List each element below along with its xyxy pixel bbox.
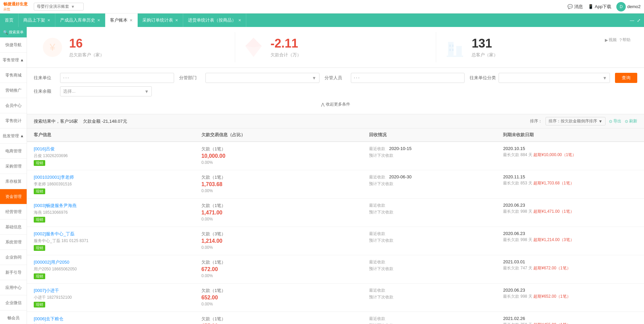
debt-amount-5[interactable]: 652.00: [201, 295, 369, 301]
customer-name-6[interactable]: [0006]去下粮仓: [34, 316, 201, 322]
sidebar-item-wholesale-mgmt[interactable]: 批发管理 ▲: [0, 128, 27, 144]
search-button[interactable]: 查询: [615, 73, 637, 83]
tab-close-icon[interactable]: ✕: [130, 18, 133, 23]
overdue-detail-1: 最长欠款 853 天 超期¥1,703.68（1笔）: [503, 180, 637, 186]
system-title-area[interactable]: 母婴行业演示账套 ▼: [34, 3, 84, 10]
sidebar-item-member-center[interactable]: 会员中心: [0, 98, 27, 113]
sidebar-search[interactable]: 🔍 搜索菜单: [0, 27, 27, 37]
recovery-next-2: 预计下次收款: [369, 209, 503, 215]
sidebar-item-retail-mall[interactable]: 零售商城: [0, 68, 27, 83]
tab-purchase-order[interactable]: 采购订单统计表 ✕: [138, 13, 183, 27]
balance-input[interactable]: 选择... ▼: [60, 86, 152, 96]
overdue-detail-3: 最长欠款 998 天 超期¥1,214.00（3笔）: [503, 237, 637, 243]
customer-name-2[interactable]: [0003]畅捷服务尹海燕: [34, 203, 201, 209]
stat-label-debt-total: 欠款合计（万）: [271, 52, 301, 58]
person-input[interactable]: ···: [351, 73, 465, 83]
sidebar-item-retail-stats[interactable]: 零售统计: [0, 113, 27, 128]
dept-input[interactable]: ▼: [205, 73, 319, 83]
app-download-btn[interactable]: 📱 App下载: [588, 4, 611, 10]
stat-card-debtors: ¥ 16 总欠款客户（家）: [34, 32, 235, 62]
tab-product-history[interactable]: 产成品入库单历史 ✕: [55, 13, 105, 27]
overdue-link-1[interactable]: 超期¥1,703.68（1笔）: [533, 181, 574, 185]
sidebar-item-new-user-guide[interactable]: 新手引导: [0, 265, 27, 280]
customer-name-5[interactable]: [0007]小进千: [34, 288, 201, 294]
overdue-link-5[interactable]: 超期¥652.00（1笔）: [533, 294, 570, 299]
overdue-link-6[interactable]: 超期¥455.90（1笔）: [533, 322, 570, 324]
tab-expand-icon[interactable]: ⤢: [637, 18, 641, 23]
debt-percent-1: 0.00%: [201, 188, 369, 193]
customer-contact-2: 海燕 18513066976: [34, 210, 201, 215]
tab-product-listing[interactable]: 商品上下架 ✕: [19, 13, 55, 27]
quick-nav-label: 快捷导航: [5, 42, 22, 48]
video-help-btn[interactable]: ▶ 视频: [605, 37, 617, 43]
debt-count-1: 欠款（1笔）: [201, 174, 369, 180]
collapse-btn[interactable]: ⋀ 收起更多条件: [34, 100, 637, 109]
header-customer: 客户信息: [34, 132, 201, 138]
recovery-info-4: 最近收款 预计下次收款: [369, 259, 503, 272]
sidebar-item-basic-info[interactable]: 基础信息: [0, 219, 27, 235]
overdue-detail-2: 最长欠款 998 天 超期¥1,471.00（1笔）: [503, 209, 637, 214]
message-btn[interactable]: 💬 消息: [567, 4, 583, 10]
sidebar-item-quick-nav[interactable]: 快捷导航: [0, 37, 27, 53]
tab-home[interactable]: 首页: [0, 13, 19, 27]
sidebar-item-system-mgmt[interactable]: 系统管理: [0, 235, 27, 250]
sidebar-item-finance[interactable]: 资金管理: [0, 189, 27, 204]
recovery-next-0: 预计下次收款: [369, 153, 503, 158]
overdue-link-0[interactable]: 超期¥10,000.00（1笔）: [533, 152, 576, 157]
collapse-icon: ⋀: [321, 102, 325, 107]
debt-amount-4[interactable]: 672.00: [201, 266, 369, 272]
sidebar-item-operations[interactable]: 经营管理: [0, 204, 27, 219]
tab-close-icon[interactable]: ✕: [97, 18, 100, 23]
overdue-link-2[interactable]: 超期¥1,471.00（1笔）: [533, 209, 574, 214]
debt-count-6: 欠款（1笔）: [201, 316, 369, 322]
debt-amount-2[interactable]: 1,471.00: [201, 210, 369, 216]
overdue-link-4[interactable]: 超期¥672.00（1笔）: [533, 266, 570, 270]
overdue-detail-6: 最长欠款 750 天 超期¥455.90（1笔）: [503, 322, 637, 324]
customer-name-3[interactable]: [0002]服务中心_丁磊: [34, 231, 201, 237]
help-btn[interactable]: ? 帮助: [619, 37, 631, 43]
sidebar-item-enterprise-wechat[interactable]: 企业微信: [0, 295, 27, 311]
sidebar-item-chang-member[interactable]: 畅会员: [0, 311, 27, 324]
tab-customer-account[interactable]: 客户账本 ✕: [105, 13, 138, 27]
sidebar-item-enterprise-collab[interactable]: 企业协同: [0, 250, 27, 265]
user-avatar-area[interactable]: D demo2: [616, 2, 641, 11]
table-row: [0002]服务中心_丁磊 服务中心_丁磊 181 0125 8371 现销 欠…: [27, 227, 644, 255]
debt-amount-1[interactable]: 1,703.68: [201, 181, 369, 187]
tab-bar: 首页 商品上下架 ✕ 产成品入库单历史 ✕ 客户账本 ✕ 采购订单统计表 ✕ 进…: [0, 13, 644, 27]
recovery-label-3: 最近收款: [369, 231, 503, 237]
tab-close-icon[interactable]: ✕: [47, 18, 50, 23]
debt-amount-0[interactable]: 10,000.00: [201, 153, 369, 159]
sidebar-item-marketing[interactable]: 营销推广: [0, 83, 27, 98]
sidebar-item-inventory[interactable]: 库存核算: [0, 174, 27, 189]
sidebar-item-purchase-mgmt[interactable]: 采购管理: [0, 159, 27, 174]
sidebar-item-ecommerce[interactable]: 电商管理: [0, 144, 27, 159]
sidebar-item-retail-mgmt[interactable]: 零售管理 ▲: [0, 53, 27, 68]
customer-name-0[interactable]: [0016]吕俊: [34, 146, 201, 152]
sidebar-item-app-center[interactable]: 应用中心: [0, 280, 27, 295]
overdue-info-0: 2020.10.15 最长欠款 884 天 超期¥10,000.00（1笔）: [503, 146, 637, 158]
table-body: [0016]吕俊 吕俊 13026203696 现销 欠款（1笔） 10,000…: [27, 142, 644, 324]
debt-amount-3[interactable]: 1,214.00: [201, 238, 369, 244]
sort-label: 排序：: [530, 118, 542, 124]
overdue-date-0: 2020.10.15: [503, 146, 637, 151]
overdue-link-3[interactable]: 超期¥1,214.00（3笔）: [533, 237, 574, 242]
refresh-btn[interactable]: ⊙ 刷新: [625, 118, 637, 124]
recovery-label-5: 最近收款: [369, 288, 503, 293]
tab-incoming-stats[interactable]: 进货单统计表（按商品） ✕: [183, 13, 246, 27]
debt-percent-3: 0.00%: [201, 245, 369, 250]
tab-collapse-icon[interactable]: —: [630, 18, 634, 23]
stat-card-debt-total: -2.11 欠款合计（万）: [235, 32, 437, 62]
unit-classify-dropdown-icon: ▼: [603, 76, 607, 81]
svg-rect-7: [449, 45, 451, 47]
export-btn[interactable]: ⊙ 导出: [609, 118, 621, 124]
result-info: 搜索结果中，客户16家 欠款金额 -21,148.07元: [34, 118, 127, 124]
customer-name-1[interactable]: [0001020001]李老师: [34, 174, 201, 180]
sort-select[interactable]: 排序：按欠款金额倒序排序 ▼: [545, 117, 606, 125]
tab-close-icon[interactable]: ✕: [175, 18, 178, 23]
customer-name-4[interactable]: [000002]用户2050: [34, 259, 201, 265]
unit-classify-input[interactable]: ▼: [499, 73, 610, 83]
recovery-label-2: 最近收款: [369, 203, 503, 208]
table-row: [0001020001]李老师 李老师 18600391516 现销 欠款（1笔…: [27, 170, 644, 199]
source-unit-input[interactable]: ···: [60, 73, 174, 83]
tab-close-icon[interactable]: ✕: [238, 18, 241, 23]
